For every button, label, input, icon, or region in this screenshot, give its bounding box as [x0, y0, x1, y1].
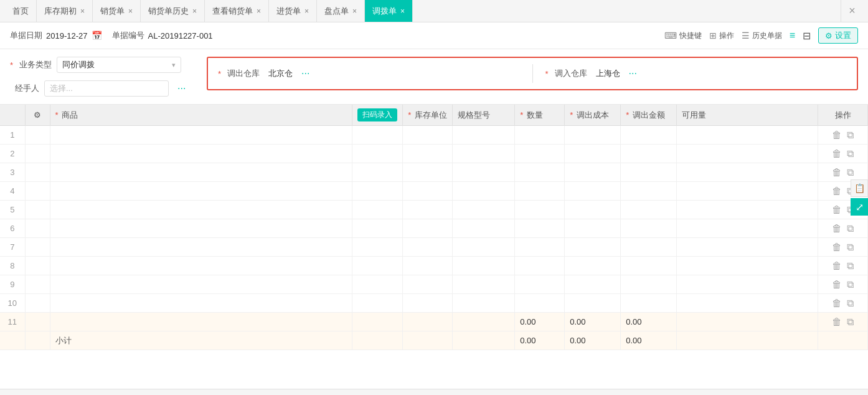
- bottom-scrollbar[interactable]: [0, 389, 868, 395]
- tab-close-inventory-check[interactable]: ×: [352, 7, 357, 16]
- col-header-gear[interactable]: ⚙: [25, 105, 50, 126]
- tab-bar: 首页 库存期初 × 销货单 × 销货单历史 × 查看销货单 × 进货单 × 盘点…: [0, 0, 868, 22]
- right-float-doc-button[interactable]: 📋: [851, 179, 868, 197]
- tab-sales-history[interactable]: 销货单历史 ×: [141, 0, 205, 22]
- tab-view-sales[interactable]: 查看销货单 ×: [205, 0, 269, 22]
- tab-inventory-check[interactable]: 盘点单 ×: [317, 0, 365, 22]
- handler-more-icon[interactable]: ···: [177, 83, 186, 94]
- delete-row-icon[interactable]: 🗑: [832, 279, 842, 290]
- settings-gear-icon: ⚙: [825, 31, 833, 40]
- delete-row-icon[interactable]: 🗑: [832, 167, 842, 178]
- main-content: 单据日期 2019-12-27 📅 单据编号 AL-20191227-001 ⌨…: [0, 22, 868, 395]
- tab-bar-end: ×: [841, 0, 863, 22]
- row-num: 1: [0, 126, 25, 145]
- doc-no-value: AL-20191227-001: [148, 31, 213, 40]
- history-icon: ☰: [742, 31, 750, 40]
- subtotal-cost: 0.00: [565, 331, 621, 350]
- delete-row-icon[interactable]: 🗑: [832, 186, 842, 196]
- transfer-out-required: *: [218, 69, 221, 79]
- copy-row-icon[interactable]: ⧉: [847, 223, 854, 234]
- list-view-button[interactable]: ≡: [790, 30, 795, 41]
- form-area: * 业务类型 同价调拨 ▾ 经手人 选择... ··· * 调出仓库 北京仓: [0, 49, 868, 105]
- copy-row-icon[interactable]: ⧉: [847, 260, 854, 271]
- tab-sales-order[interactable]: 销货单 ×: [93, 0, 141, 22]
- tab-close-purchase-order[interactable]: ×: [304, 7, 309, 16]
- subtotal-row: 11 0.00 0.00 0.00 🗑 ⧉: [0, 313, 868, 331]
- tab-close-sales-order[interactable]: ×: [128, 7, 133, 16]
- col-header-product: 商品: [50, 105, 352, 126]
- col-header-scan: 扫码录入: [352, 105, 403, 126]
- copy-row-icon[interactable]: ⧉: [847, 130, 854, 140]
- copy-row-icon[interactable]: ⧉: [847, 167, 854, 178]
- column-settings-icon[interactable]: ⚙: [34, 110, 41, 120]
- table-row: 6 🗑 ⧉: [0, 219, 868, 238]
- doc-date-label: 单据日期: [10, 30, 42, 41]
- transfer-out-label: 调出仓库: [227, 68, 260, 79]
- delete-row-icon[interactable]: 🗑: [832, 316, 842, 327]
- tab-transfer-order[interactable]: 调拨单 ×: [365, 0, 413, 22]
- warehouse-divider: [532, 64, 533, 83]
- toolbar: 单据日期 2019-12-27 📅 单据编号 AL-20191227-001 ⌨…: [0, 22, 868, 49]
- handler-placeholder: 选择...: [50, 83, 73, 94]
- warehouse-form: * 调出仓库 北京仓 ··· * 调入仓库 上海仓 ···: [207, 57, 858, 90]
- subtotal-label: 小计: [50, 331, 352, 350]
- table-row: 10 🗑 ⧉: [0, 294, 868, 313]
- tab-close-transfer-order[interactable]: ×: [400, 7, 405, 16]
- shortcut-button[interactable]: ⌨ 快捷键: [664, 31, 702, 41]
- delete-row-icon[interactable]: 🗑: [832, 130, 842, 140]
- table-row: 7 🗑 ⧉: [0, 238, 868, 257]
- col-header-amount: 调出金额: [621, 105, 677, 126]
- biz-type-value: 同价调拨: [62, 59, 112, 70]
- list-view-icon: ≡: [790, 30, 795, 41]
- handler-field: 经手人 选择... ···: [10, 80, 197, 97]
- copy-row-icon[interactable]: ⧉: [847, 316, 854, 327]
- right-float-expand-button[interactable]: ⤢: [851, 198, 868, 216]
- table-row: 1 🗑 ⧉: [0, 126, 868, 145]
- history-button[interactable]: ☰ 历史单据: [742, 31, 782, 41]
- biz-type-select[interactable]: 同价调拨 ▾: [57, 57, 181, 73]
- transfer-in-label: 调入仓库: [555, 68, 587, 79]
- col-header-cost: 调出成本: [565, 105, 621, 126]
- tab-close-sales-history[interactable]: ×: [192, 7, 197, 16]
- copy-row-icon[interactable]: ⧉: [847, 279, 854, 290]
- col-header-spec: 规格型号: [453, 105, 515, 126]
- shortcut-icon: ⌨: [664, 31, 677, 40]
- delete-row-icon[interactable]: 🗑: [832, 242, 842, 252]
- subtotal-qty: 0.00: [515, 331, 565, 350]
- tab-inventory-init[interactable]: 库存期初 ×: [37, 0, 93, 22]
- col-header-num: [0, 105, 25, 126]
- biz-type-required-star: *: [10, 60, 13, 70]
- toolbar-left: 单据日期 2019-12-27 📅 单据编号 AL-20191227-001: [10, 30, 213, 41]
- tab-close-inventory-init[interactable]: ×: [80, 7, 85, 16]
- handler-select[interactable]: 选择...: [44, 80, 169, 97]
- table-row: 4 🗑 ⧉: [0, 182, 868, 201]
- delete-row-icon[interactable]: 🗑: [832, 298, 842, 308]
- items-table: ⚙ 商品 扫码录入 库存单位 规格型号 数量: [0, 105, 868, 350]
- delete-row-icon[interactable]: 🗑: [832, 204, 842, 215]
- scan-entry-button[interactable]: 扫码录入: [357, 108, 397, 121]
- grid-view-button[interactable]: ⊟: [803, 30, 811, 42]
- delete-row-icon[interactable]: 🗑: [832, 223, 842, 234]
- operation-button[interactable]: ⊞ 操作: [709, 31, 734, 41]
- copy-row-icon[interactable]: ⧉: [847, 242, 854, 252]
- right-float-expand-icon: ⤢: [856, 201, 864, 213]
- tab-purchase-order[interactable]: 进货单 ×: [269, 0, 317, 22]
- subtotal-label-row: 小计 0.00 0.00 0.00: [0, 331, 868, 350]
- transfer-in-field: * 调入仓库 上海仓 ···: [545, 68, 847, 79]
- copy-row-icon[interactable]: ⧉: [847, 148, 854, 159]
- doc-date-group: 单据日期 2019-12-27 📅: [10, 30, 102, 41]
- operation-icon: ⊞: [709, 31, 717, 40]
- delete-row-icon[interactable]: 🗑: [832, 148, 842, 159]
- calendar-icon[interactable]: 📅: [92, 31, 102, 40]
- transfer-out-field: * 调出仓库 北京仓 ···: [218, 68, 520, 79]
- copy-row-icon[interactable]: ⧉: [847, 298, 854, 308]
- table-row: 2 🗑 ⧉: [0, 145, 868, 163]
- transfer-in-more-icon[interactable]: ···: [629, 68, 637, 79]
- delete-row-icon[interactable]: 🗑: [832, 260, 842, 271]
- tab-home[interactable]: 首页: [5, 0, 37, 22]
- close-window-button[interactable]: ×: [841, 0, 863, 22]
- transfer-out-more-icon[interactable]: ···: [301, 68, 309, 79]
- settings-button[interactable]: ⚙ 设置: [818, 27, 858, 44]
- col-header-avail: 可用量: [677, 105, 818, 126]
- tab-close-view-sales[interactable]: ×: [257, 7, 261, 16]
